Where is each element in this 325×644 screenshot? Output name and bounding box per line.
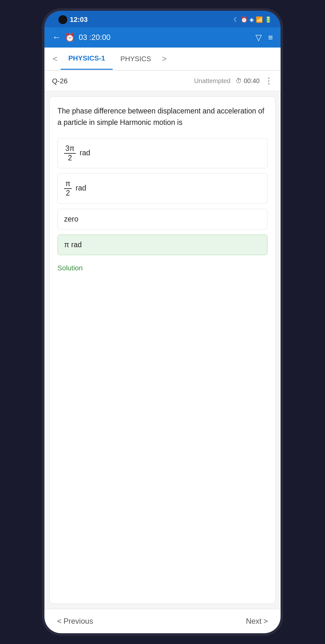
nav-right: ▽ ≡ <box>255 33 273 42</box>
moon-icon: ☾ <box>234 16 239 23</box>
filter-icon[interactable]: ▽ <box>255 33 262 42</box>
next-label: Next <box>246 617 262 626</box>
previous-button[interactable]: < Previous <box>57 617 93 626</box>
clock-icon: ⏱ <box>235 77 242 85</box>
question-status: Unattempted <box>194 77 230 85</box>
option-c[interactable]: zero <box>57 209 268 229</box>
nav-left: ← ⏰ 03 :20:00 <box>52 32 110 42</box>
battery-icon: 🔋 <box>265 16 272 23</box>
next-icon: > <box>263 617 268 626</box>
previous-label: Previous <box>63 617 93 626</box>
tabs-row: < PHYSICS-1 PHYSICS > <box>44 48 281 70</box>
option-b[interactable]: π 2 rad <box>57 173 268 203</box>
content-area: < PHYSICS-1 PHYSICS > Q-26 Unattempted ⏱… <box>44 48 281 609</box>
meta-right: Unattempted ⏱ 00:40 ⋮ <box>194 76 273 86</box>
location-icon: ◈ <box>249 16 254 23</box>
fraction-a-num: 3π <box>64 144 76 154</box>
question-timer: ⏱ 00:40 <box>235 77 260 85</box>
tab-physics[interactable]: PHYSICS <box>113 48 159 69</box>
fraction-b-num: π <box>64 179 72 189</box>
tab-chevron-right[interactable]: > <box>159 48 170 70</box>
option-d-text: π rad <box>64 241 82 249</box>
question-meta: Q-26 Unattempted ⏱ 00:40 ⋮ <box>44 71 281 91</box>
tab-physics-1[interactable]: PHYSICS-1 <box>61 48 113 70</box>
timer-icon: ⏰ <box>65 33 75 42</box>
option-c-text: zero <box>64 215 78 223</box>
option-a[interactable]: 3π 2 rad <box>57 138 268 168</box>
options-list: 3π 2 rad π 2 rad <box>57 138 268 255</box>
alarm-icon: ⏰ <box>241 16 248 23</box>
status-bar: 12:03 ☾ ⏰ ◈ 📶 🔋 <box>44 11 281 27</box>
signal-icon: 📶 <box>256 16 263 23</box>
option-b-text: π 2 rad <box>64 179 86 197</box>
question-card: The phase difference between displacemen… <box>50 96 275 604</box>
next-button[interactable]: Next > <box>246 617 268 626</box>
option-a-text: 3π 2 rad <box>64 144 90 162</box>
menu-icon[interactable]: ≡ <box>268 33 273 42</box>
fraction-a: 3π 2 <box>64 144 76 162</box>
bottom-nav: < Previous Next > <box>44 609 281 633</box>
status-time: 12:03 <box>70 16 88 24</box>
solution-link[interactable]: Solution <box>57 264 268 272</box>
fraction-a-den: 2 <box>67 154 73 163</box>
question-text: The phase difference between displacemen… <box>57 106 268 128</box>
fraction-b: π 2 <box>64 179 72 197</box>
timer-value: 03 :20:00 <box>79 33 110 42</box>
previous-icon: < <box>57 617 62 626</box>
back-button[interactable]: ← <box>52 32 61 42</box>
question-number: Q-26 <box>52 77 68 85</box>
tab-chevron-left[interactable]: < <box>50 48 61 70</box>
timer-countdown: 00:40 <box>244 77 260 85</box>
nav-bar: ← ⏰ 03 :20:00 ▽ ≡ <box>44 27 281 48</box>
status-icons: ☾ ⏰ ◈ 📶 🔋 <box>234 16 272 23</box>
fraction-b-den: 2 <box>65 189 71 198</box>
more-options-icon[interactable]: ⋮ <box>265 76 273 86</box>
option-d[interactable]: π rad <box>57 235 268 255</box>
